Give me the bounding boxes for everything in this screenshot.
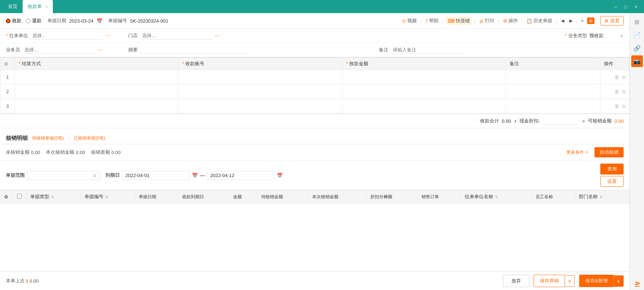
sidebar-table-icon[interactable]: ⊞ [631,16,643,28]
nuclear-tab-done[interactable]: 已核销单据(0笔) [74,135,105,141]
copy-row-2-btn[interactable]: ⧉ [622,89,625,94]
row-account-3[interactable] [178,99,342,114]
row-amount-3[interactable] [342,99,506,114]
row-settlement-2[interactable] [15,85,178,99]
dropdown-arrow-icon[interactable]: ∨ [620,33,624,39]
counterparty-label: 往来单位 [6,32,28,39]
row-settlement-3[interactable] [15,99,178,114]
nav-home[interactable]: 首页 [3,0,23,13]
save-draft-btn[interactable]: 保存草稿 [534,275,565,287]
help-button[interactable]: ? 帮助 [424,17,440,25]
last-label: 本单上次 [6,278,25,284]
grid-view-btn[interactable]: ⊞ [587,17,594,24]
filter-settings-btn[interactable]: 设置 [600,176,624,187]
auto-verify-btn[interactable]: 自动核销 [594,147,624,157]
select-all-checkbox[interactable] [17,194,22,199]
radio-receipt-label: 收款 [12,17,21,24]
row-account-2[interactable] [178,85,342,99]
total-row: 收款合计 0.00 + 现金折扣: = 可核销金额 0.00 [0,114,629,128]
range-select[interactable]: ∨ [27,171,100,180]
row-remark-1[interactable] [506,70,600,85]
counterparty-more-btn[interactable]: ··· [105,33,110,39]
row-remark-2[interactable] [506,85,600,99]
bth-dept-name: 部门名称 ⇅ [575,191,629,203]
sidebar-link-icon[interactable]: 🔗 [631,42,643,54]
nav-receipt[interactable]: 收款单 × [23,0,53,13]
history-button[interactable]: 📋 历史单据 [525,17,554,25]
sidebar-camera-icon[interactable]: 📷 [631,55,643,67]
minimize-button[interactable]: – [612,4,619,9]
nav-close-icon[interactable]: × [46,4,48,9]
toolbar-actions: ⊙ 视频 | ? 帮助 | ⌨ 快捷键 | 🖨 打印 | [401,17,594,25]
row-remark-3[interactable] [506,99,600,114]
biztype-dropdown[interactable]: 预收款 ∨ [589,32,624,39]
sidebar-doc-icon[interactable]: 📄 [631,29,643,41]
radio-refund[interactable]: 退款 [26,17,42,24]
sort-doc-type-icon[interactable]: ⇅ [51,195,54,199]
save-new-arrow-btn[interactable]: ∨ [613,275,624,287]
delete-row-1-btn[interactable]: 🗑 [614,74,619,80]
query-button[interactable]: 查询 [600,164,624,175]
settings-button[interactable]: ⚙ 设置 [600,16,624,26]
help-label: 帮助 [429,17,439,24]
list-view-btn[interactable]: ≡ [580,17,585,24]
row-ops-1: 🗑 ⧉ [600,70,629,85]
more-conditions-btn[interactable]: 更多条件 ∧ [566,149,589,156]
staff-more-btn[interactable]: ··· [97,47,102,53]
delete-row-3-btn[interactable]: 🗑 [614,103,619,109]
nav-next[interactable]: ▶ [568,17,574,24]
sort-doc-num-icon[interactable]: ⇅ [105,195,108,199]
summary-input[interactable] [140,46,249,54]
row-settlement-1[interactable] [15,70,178,85]
shop-input[interactable] [140,32,213,40]
discard-button[interactable]: 放弃 [503,275,529,287]
radio-receipt[interactable]: 收款 [6,17,21,24]
th-gear[interactable]: ⚙ [0,58,15,70]
bth-amount: 金额 [229,191,258,203]
maximize-button[interactable]: □ [622,4,629,9]
shortcut-button[interactable]: ⌨ 快捷键 [445,17,472,25]
nuclear-tab-pending[interactable]: 待核销单据(0笔) [32,135,64,141]
save-new-btn[interactable]: 保存&新增 [579,275,613,287]
row-amount-2[interactable] [342,85,506,99]
bth-party-name: 往来单位名称 ⇅ [461,191,532,203]
delete-row-2-btn[interactable]: 🗑 [614,89,619,94]
sort-party-icon[interactable]: ⇅ [495,195,498,199]
operation-button[interactable]: ⚙ 操作 [502,17,519,25]
verify-diff-label: 核销差额 [91,149,110,156]
sort-dept-icon[interactable]: ⇅ [600,195,602,199]
print-button[interactable]: 🖨 打印 [478,17,496,25]
radio-refund-label: 退款 [32,17,42,24]
calendar-icon[interactable]: 📅 [97,18,102,24]
copy-row-3-btn[interactable]: ⧉ [622,103,625,109]
bth-check[interactable] [13,191,27,203]
summary-label: 摘要 [128,47,138,53]
shop-more-btn[interactable]: ··· [215,33,220,39]
bth-doc-num-label: 单据编号 [85,194,103,199]
copy-row-1-btn[interactable]: ⧉ [622,74,625,80]
ai-label[interactable]: Ai [634,281,640,287]
remark-input[interactable] [390,46,463,54]
counterparty-input[interactable] [30,32,103,40]
history-label: 历史单据 [533,17,552,24]
date-start-icon[interactable]: 📅 [192,173,198,178]
date-start-input[interactable] [122,171,190,180]
table-gear-icon[interactable]: ⚙ [4,61,8,67]
nav-receipt-label: 收款单 [28,4,42,9]
bottom-gear-icon[interactable]: ⚙ [4,194,8,200]
bth-gear[interactable]: ⚙ [0,191,13,203]
date-end-icon[interactable]: 📅 [277,173,283,178]
window-close-button[interactable]: × [632,4,640,9]
top-nav: 首页 收款单 × – □ × [0,0,644,13]
nav-prev[interactable]: ◀ [559,17,566,24]
staff-input[interactable] [22,46,95,54]
row-account-1[interactable] [178,70,342,85]
range-arrow-icon[interactable]: ∨ [93,173,97,178]
save-draft-arrow-btn[interactable]: ∨ [565,275,575,287]
row-amount-1[interactable] [342,70,506,85]
cash-discount-input[interactable] [543,117,579,125]
info-icon[interactable]: ℹ [26,278,28,284]
video-button[interactable]: ⊙ 视频 [401,17,418,25]
summary-field: 摘要 [128,46,373,54]
date-end-input[interactable] [207,171,275,180]
